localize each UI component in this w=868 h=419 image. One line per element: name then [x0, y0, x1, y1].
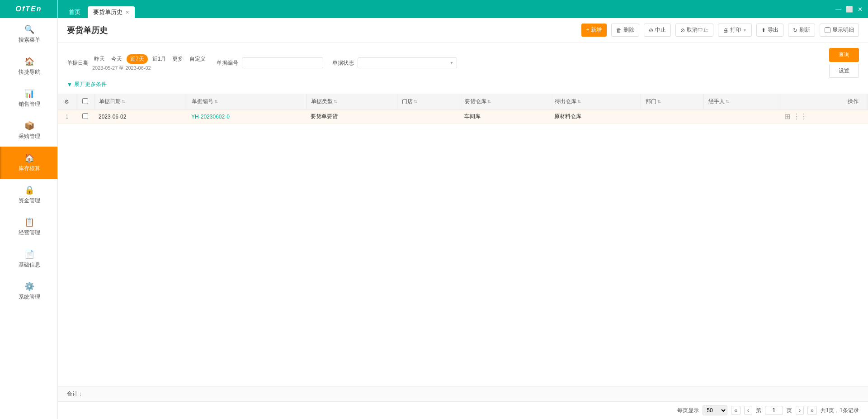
display-detail-checkbox[interactable] [825, 27, 830, 33]
total-info: 共1页，1条记录 [821, 407, 859, 414]
date-filter-label: 单据日期 [67, 59, 89, 67]
sidebar-icon-finance: 🔒 [24, 185, 34, 195]
sidebar-item-inventory[interactable]: 🏠 库存核算 [0, 147, 57, 179]
main-area: 首页要货单历史✕ — ⬜ ✕ 要货单历史 + 新增 🗑 删除 ⊘ 中止 [58, 0, 868, 419]
date-opt-0[interactable]: 昨天 [92, 55, 107, 63]
date-opt-2[interactable]: 近7天 [127, 54, 148, 64]
sidebar-item-quick-nav[interactable]: 🏠 快捷导航 [0, 50, 57, 82]
date-opt-3[interactable]: 近1月 [151, 55, 168, 63]
sort-req-wh-icon[interactable]: ⇅ [487, 99, 491, 104]
row-more-icon-0[interactable]: ⋮⋮ [793, 112, 807, 121]
sort-pend-wh-icon[interactable]: ⇅ [577, 99, 581, 104]
stop-icon: ⊘ [649, 27, 653, 33]
search-buttons: 查询 设置 [829, 48, 859, 78]
sidebar-item-system[interactable]: ⚙️ 系统管理 [0, 275, 57, 307]
row-view-icon-0[interactable]: ⊞ [784, 112, 790, 121]
sort-doctype-icon[interactable]: ⇅ [334, 99, 337, 104]
sidebar-item-purchase[interactable]: 📦 采购管理 [0, 114, 57, 147]
last-page-btn[interactable]: » [807, 406, 817, 415]
th-store: 门店⇅ [397, 94, 460, 110]
row-index-0: 1 [58, 110, 76, 124]
sort-date-icon[interactable]: ⇅ [122, 99, 125, 104]
print-dropdown-icon: ▼ [743, 28, 747, 33]
sidebar-label-search: 搜索菜单 [19, 36, 40, 44]
sidebar-item-finance[interactable]: 🔒 资金管理 [0, 179, 57, 211]
status-select-wrapper [358, 57, 457, 68]
sidebar-icon-basic: 📄 [24, 249, 34, 259]
sort-store-icon[interactable]: ⇅ [414, 99, 417, 104]
minimize-btn[interactable]: — [835, 6, 841, 13]
row-docno-0: YH-20230602-0 [187, 110, 306, 124]
sidebar-icon-sales: 📊 [24, 89, 34, 99]
print-button[interactable]: 🖨 打印 ▼ [718, 24, 752, 37]
next-page-btn[interactable]: › [796, 406, 804, 415]
per-page-label: 每页显示 [677, 407, 699, 414]
footer-summary: 合计： [58, 386, 868, 401]
th-req-warehouse: 要货仓库⇅ [460, 94, 550, 110]
first-page-btn[interactable]: « [731, 406, 741, 415]
tab-close-1[interactable]: ✕ [125, 10, 129, 15]
sort-docno-icon[interactable]: ⇅ [214, 99, 218, 104]
stop-button[interactable]: ⊘ 中止 [644, 24, 671, 37]
sidebar: OfTEn 🔍 搜索菜单 🏠 快捷导航 📊 销售管理 📦 采购管理 🏠 库存核算… [0, 0, 58, 419]
date-opt-5[interactable]: 自定义 [188, 55, 208, 63]
th-pending-warehouse: 待出仓库⇅ [550, 94, 641, 110]
page-of-label: 页 [787, 407, 792, 414]
page-label: 第 [756, 407, 761, 414]
new-button[interactable]: + 新增 [581, 24, 607, 37]
summary-label: 合计： [67, 390, 83, 397]
th-checkbox [76, 94, 94, 110]
select-all-checkbox[interactable] [82, 98, 88, 104]
display-detail-toggle[interactable]: 显示明细 [820, 24, 859, 37]
sort-dept-icon[interactable]: ⇅ [657, 99, 661, 104]
sidebar-label-operations: 经营管理 [19, 229, 40, 237]
sidebar-label-inventory: 库存核算 [19, 165, 40, 172]
refresh-icon: ↻ [793, 27, 797, 33]
cancel-stop-icon: ⊘ [680, 27, 685, 33]
sidebar-icon-operations: 📋 [24, 217, 34, 227]
th-department: 部门⇅ [641, 94, 704, 110]
sidebar-item-operations[interactable]: 📋 经营管理 [0, 211, 57, 243]
delete-icon: 🗑 [616, 27, 622, 33]
sidebar-icon-purchase: 📦 [24, 121, 34, 131]
filter-row-1: 单据日期 昨天今天近7天近1月更多自定义 2023-05-27 至 2023-0… [67, 48, 859, 78]
th-handler: 经手人⇅ [704, 94, 780, 110]
prev-page-btn[interactable]: ‹ [744, 406, 752, 415]
sidebar-label-system: 系统管理 [19, 293, 40, 301]
doc-no-input[interactable] [242, 57, 323, 68]
expand-more-button[interactable]: ▼ 展开更多条件 [67, 81, 859, 88]
doc-no-filter: 单据编号 [217, 57, 323, 68]
delete-button[interactable]: 🗑 删除 [611, 24, 639, 37]
tab-1[interactable]: 要货单历史✕ [88, 6, 135, 18]
row-dept-0 [641, 110, 704, 124]
settings-gear-icon[interactable]: ⚙ [64, 99, 69, 105]
close-btn[interactable]: ✕ [858, 6, 863, 13]
row-date-0: 2023-06-02 [94, 110, 187, 124]
sidebar-item-basic[interactable]: 📄 基础信息 [0, 243, 57, 275]
export-button[interactable]: ⬆ 导出 [756, 24, 783, 37]
settings-button[interactable]: 设置 [829, 64, 859, 78]
date-opt-4[interactable]: 更多 [170, 55, 185, 63]
page-number-input[interactable] [765, 406, 783, 415]
sidebar-icon-inventory: 🏠 [24, 153, 34, 163]
sidebar-icon-quick-nav: 🏠 [24, 57, 34, 67]
date-opt-1[interactable]: 今天 [109, 55, 124, 63]
status-filter: 单据状态 [332, 57, 457, 68]
row-docno-link-0[interactable]: YH-20230602-0 [191, 114, 230, 120]
refresh-button[interactable]: ↻ 刷新 [788, 24, 815, 37]
window-controls: — ⬜ ✕ [835, 6, 863, 13]
per-page-select[interactable]: 50 10 20 100 [703, 405, 727, 415]
search-button[interactable]: 查询 [829, 48, 859, 62]
sort-handler-icon[interactable]: ⇅ [726, 99, 729, 104]
filter-area: 单据日期 昨天今天近7天近1月更多自定义 2023-05-27 至 2023-0… [58, 43, 868, 94]
cancel-stop-button[interactable]: ⊘ 取消中止 [675, 24, 713, 37]
row-pend-wh-0: 原材料仓库 [550, 110, 641, 124]
sidebar-item-search[interactable]: 🔍 搜索菜单 [0, 18, 57, 50]
row-select-0[interactable] [82, 113, 88, 119]
status-select[interactable] [358, 57, 457, 68]
sidebar-item-sales[interactable]: 📊 销售管理 [0, 82, 57, 114]
restore-btn[interactable]: ⬜ [846, 6, 853, 13]
tab-0[interactable]: 首页 [63, 6, 86, 18]
date-range-display: 2023-05-27 至 2023-06-02 [92, 65, 208, 71]
sidebar-label-finance: 资金管理 [19, 197, 40, 205]
